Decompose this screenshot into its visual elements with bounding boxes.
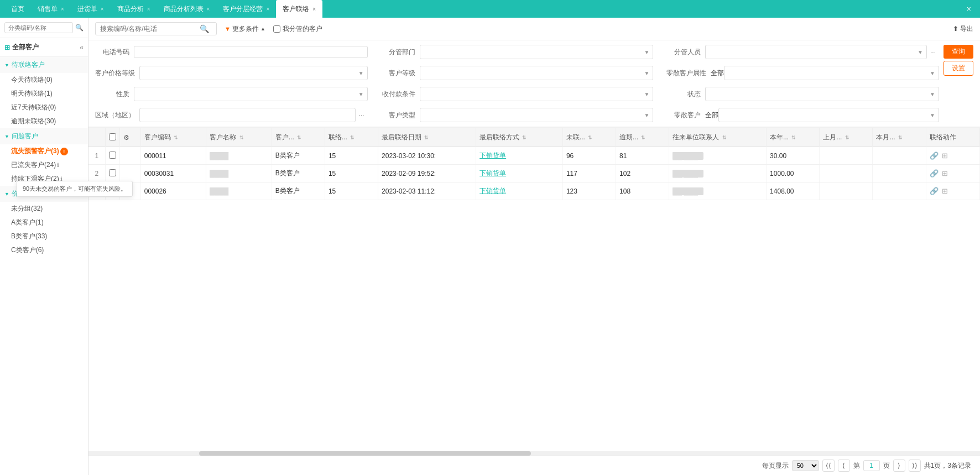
th-last-month[interactable]: 上月... ⇅ xyxy=(820,128,873,147)
sidebar-item-class-a[interactable]: A类客户(1) xyxy=(0,216,88,229)
close-product-list-icon[interactable]: × xyxy=(207,6,210,12)
row-checkbox[interactable] xyxy=(109,169,116,176)
search-input[interactable] xyxy=(100,25,200,33)
window-close-button[interactable]: × xyxy=(962,4,976,13)
last-way-link[interactable]: 下销货单 xyxy=(479,169,506,177)
th-check xyxy=(105,128,119,147)
region-select[interactable] xyxy=(139,108,356,122)
horizontal-scrollbar-track[interactable] xyxy=(88,451,892,456)
pagination-first-btn[interactable]: ⟨⟨ xyxy=(822,460,835,472)
action-grid-icon[interactable]: ⊞ xyxy=(942,169,948,178)
my-customers-checkbox[interactable] xyxy=(273,25,280,33)
search-submit-icon[interactable]: 🔍 xyxy=(200,24,209,33)
sidebar-search-icon: 🔍 xyxy=(75,24,84,32)
nav-tab-product-list[interactable]: 商品分析列表 × xyxy=(157,0,217,18)
person-ellipsis-icon[interactable]: ··· xyxy=(927,48,939,56)
pagination-prev-btn[interactable]: ⟨ xyxy=(838,460,850,472)
customer-level-select[interactable]: ▼ xyxy=(420,66,654,80)
zero-customer-value: 全部 xyxy=(705,111,718,120)
close-customer-contact-icon[interactable]: × xyxy=(312,6,316,12)
zero-attr-value: 全部 xyxy=(711,69,724,78)
close-purchase-icon[interactable]: × xyxy=(101,6,104,12)
action-grid-icon[interactable]: ⊞ xyxy=(942,152,948,160)
sidebar-group-pending[interactable]: ▼ 待联络客户 xyxy=(0,57,88,73)
person-select[interactable]: ▼ xyxy=(705,45,927,59)
sort-date-icon: ⇅ xyxy=(424,135,429,140)
filter-field-zero-attr: 零散客户属性 全部 ▼ xyxy=(666,66,939,80)
th-settings[interactable]: ⚙ xyxy=(119,128,140,147)
cell-last-way[interactable]: 下销货单 xyxy=(476,147,563,165)
sidebar-item-tomorrow[interactable]: 明天待联络(1) xyxy=(0,87,88,101)
sidebar-item-today[interactable]: 今天待联络(0) xyxy=(0,73,88,87)
sidebar-item-churn-warning[interactable]: 流失预警客户(3) ! xyxy=(0,144,88,158)
payment-select[interactable]: ▼ xyxy=(420,87,654,101)
th-overdue[interactable]: 逾期... ⇅ xyxy=(616,128,669,147)
close-product-analysis-icon[interactable]: × xyxy=(147,6,150,12)
th-name[interactable]: 客户名称 ⇅ xyxy=(206,128,272,147)
cell-last-way[interactable]: 下销货单 xyxy=(476,165,563,182)
th-this-year[interactable]: 本年... ⇅ xyxy=(767,128,820,147)
cell-not-contact: 96 xyxy=(562,147,616,165)
action-link-icon[interactable]: 🔗 xyxy=(930,152,939,160)
th-level[interactable]: 客户... ⇅ xyxy=(272,128,325,147)
setting-button[interactable]: 设置 xyxy=(943,61,973,76)
th-contact[interactable]: 联络... ⇅ xyxy=(325,128,378,147)
filter-funnel-icon: ▼ xyxy=(225,25,231,32)
price-level-select[interactable]: ▼ xyxy=(139,66,368,80)
last-way-link[interactable]: 下销货单 xyxy=(479,187,506,195)
export-button[interactable]: ⬆ 导出 xyxy=(953,24,973,34)
sidebar-item-churned[interactable]: 已流失客户(24) ℹ xyxy=(0,158,88,172)
page-input[interactable] xyxy=(863,460,880,471)
cell-code: 000011 xyxy=(140,147,206,165)
th-not-contact[interactable]: 未联... ⇅ xyxy=(562,128,616,147)
action-link-icon[interactable]: 🔗 xyxy=(930,169,939,178)
th-last-way[interactable]: 最后联络方式 ⇅ xyxy=(476,128,563,147)
nav-tab-customer-contact[interactable]: 客户联络 × xyxy=(276,0,322,18)
th-unit-contact[interactable]: 往来单位联系人 ⇅ xyxy=(669,128,767,147)
nav-tab-customer-segment[interactable]: 客户分层经营 × xyxy=(216,0,276,18)
zero-attr-select[interactable]: ▼ xyxy=(724,66,939,80)
pagination-next-btn[interactable]: ⟩ xyxy=(893,460,905,472)
phone-input[interactable] xyxy=(134,46,368,58)
status-select[interactable]: ▼ xyxy=(705,87,939,101)
nav-tab-sales[interactable]: 销售单 × xyxy=(31,0,71,18)
action-grid-icon[interactable]: ⊞ xyxy=(942,187,948,195)
pagination-last-btn[interactable]: ⟩⟩ xyxy=(909,460,921,472)
customer-type-select[interactable]: ▼ xyxy=(420,108,654,122)
nature-select[interactable]: ▼ xyxy=(134,87,368,101)
horizontal-scrollbar-thumb[interactable] xyxy=(199,451,531,456)
th-last-date[interactable]: 最后联络日期 ⇅ xyxy=(378,128,476,147)
nav-tab-purchase[interactable]: 进货单 × xyxy=(71,0,111,18)
zero-customer-select[interactable]: ▼ xyxy=(718,108,939,122)
th-code[interactable]: 客户编码 ⇅ xyxy=(140,128,206,147)
my-customers-checkbox-wrap[interactable]: 我分管的客户 xyxy=(273,24,322,34)
sidebar-item-class-c[interactable]: C类客户(6) xyxy=(0,243,88,257)
filter-more-btn[interactable]: ▼ 更多条件 ▲ xyxy=(221,24,269,34)
th-this-month[interactable]: 本月... ⇅ xyxy=(873,128,926,147)
page-size-select[interactable]: 50 100 xyxy=(792,460,819,471)
cell-check[interactable] xyxy=(105,165,119,182)
sidebar-item-7days[interactable]: 近7天待联络(0) xyxy=(0,101,88,114)
dept-select[interactable]: ▼ xyxy=(420,45,654,59)
select-all-checkbox[interactable] xyxy=(109,133,116,140)
last-way-link[interactable]: 下销货单 xyxy=(479,152,506,159)
nav-home[interactable]: 首页 xyxy=(4,4,31,14)
row-checkbox[interactable] xyxy=(109,152,116,159)
region-ellipsis-icon[interactable]: ··· xyxy=(356,111,368,119)
sidebar-item-overdue[interactable]: 逾期未联络(30) xyxy=(0,114,88,128)
sidebar-group-problem[interactable]: ▼ 问题客户 xyxy=(0,128,88,144)
th-action: 联络动作 xyxy=(926,128,979,147)
close-customer-segment-icon[interactable]: × xyxy=(266,6,269,12)
cell-check[interactable] xyxy=(105,147,119,165)
sidebar-item-class-b[interactable]: B类客户(33) xyxy=(0,229,88,243)
query-button[interactable]: 查询 xyxy=(943,45,973,59)
sidebar-search-input[interactable] xyxy=(4,22,73,33)
cell-last-way[interactable]: 下销货单 xyxy=(476,182,563,200)
sidebar-collapse-icon[interactable]: « xyxy=(80,44,84,51)
nav-tab-product-analysis[interactable]: 商品分析 × xyxy=(111,0,157,18)
person-select-arrow: ▼ xyxy=(918,49,923,55)
close-sales-icon[interactable]: × xyxy=(61,6,64,12)
action-link-icon[interactable]: 🔗 xyxy=(930,187,939,195)
sidebar-item-ungrouped[interactable]: 未分组(32) xyxy=(0,202,88,216)
cell-contact: 15 xyxy=(325,147,378,165)
